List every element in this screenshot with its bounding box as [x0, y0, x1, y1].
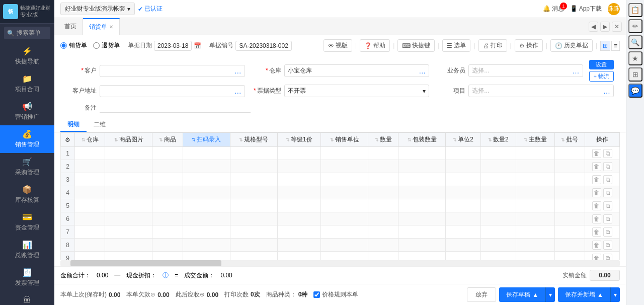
sidebar-item-sales[interactable]: 💰 销售管理 — [0, 125, 54, 153]
delete-row-button[interactable]: 🗑 — [592, 175, 601, 184]
customer-dots-icon[interactable]: … — [234, 67, 242, 75]
invoice-select[interactable]: 不开票 ▾ — [284, 85, 430, 97]
tab-sale-order[interactable]: 销货单 ✕ — [83, 18, 120, 35]
cell-8-9[interactable] — [446, 239, 481, 252]
right-panel-btn-2[interactable]: ✏ — [628, 19, 642, 33]
gear-icon[interactable]: ⚙ — [65, 136, 70, 143]
cell-7-9[interactable] — [446, 225, 481, 239]
remarks-input[interactable] — [100, 103, 251, 113]
add-logistics-button[interactable]: + 物流 — [589, 71, 614, 82]
cell-5-2[interactable] — [152, 199, 183, 212]
cell-2-0[interactable] — [75, 160, 105, 173]
cell-4-6[interactable] — [321, 186, 368, 199]
abandon-button[interactable]: 放弃 — [467, 287, 496, 302]
cell-7-12[interactable] — [554, 225, 585, 239]
sidebar-item-accounts[interactable]: 📊 总账管理 — [0, 236, 54, 264]
cell-8-0[interactable] — [75, 239, 105, 252]
search-button[interactable]: 🔍 搜索菜单 — [4, 27, 50, 39]
cell-2-3[interactable] — [183, 160, 230, 173]
cell-1-8[interactable] — [398, 147, 446, 160]
cell-7-6[interactable] — [321, 225, 368, 239]
delete-row-button[interactable]: 🗑 — [592, 162, 601, 171]
right-panel-btn-1[interactable]: 📋 — [628, 3, 642, 17]
cell-8-5[interactable] — [277, 239, 321, 252]
cell-9-7[interactable] — [368, 252, 398, 261]
cell-5-9[interactable] — [446, 199, 481, 212]
cell-4-1[interactable] — [105, 186, 152, 199]
cell-6-9[interactable] — [446, 212, 481, 225]
cell-2-2[interactable] — [152, 160, 183, 173]
layout-toggle[interactable]: ⊞ ≡ — [600, 41, 620, 51]
copy-row-button[interactable]: ⧉ — [603, 254, 612, 261]
right-panel-btn-6[interactable]: 💬 — [628, 84, 642, 98]
cell-4-3[interactable] — [183, 186, 230, 199]
cell-8-4[interactable] — [230, 239, 277, 252]
save-draft-button[interactable]: 保存草稿 ▲ — [499, 287, 545, 302]
tab-detail[interactable]: 明细 — [60, 118, 87, 132]
sidebar-item-inventory[interactable]: 📦 库存核算 — [0, 181, 54, 208]
cell-1-3[interactable] — [183, 147, 230, 160]
cell-6-10[interactable] — [481, 212, 516, 225]
cell-2-11[interactable] — [516, 160, 554, 173]
cell-3-3[interactable] — [183, 173, 230, 186]
right-panel-btn-3[interactable]: 🔍 — [628, 35, 642, 49]
cell-6-7[interactable] — [368, 212, 398, 225]
sidebar-item-invoice[interactable]: 🧾 发票管理 — [0, 264, 54, 291]
cell-7-5[interactable] — [277, 225, 321, 239]
cell-3-5[interactable] — [277, 173, 321, 186]
operate-button[interactable]: ⚙ 操作 — [515, 39, 543, 52]
cell-6-12[interactable] — [554, 212, 585, 225]
cell-1-11[interactable] — [516, 147, 554, 160]
cell-8-10[interactable] — [481, 239, 516, 252]
cell-9-6[interactable] — [321, 252, 368, 261]
app-download-button[interactable]: 📱 App下载 — [570, 5, 602, 13]
cell-9-10[interactable] — [481, 252, 516, 261]
cell-7-10[interactable] — [481, 225, 516, 239]
price-rule-checkbox[interactable]: 价格规则本单 — [313, 290, 358, 299]
list-layout-icon[interactable]: ≡ — [611, 41, 620, 51]
calendar-icon[interactable]: 📅 — [194, 42, 201, 49]
tab-close-all-button[interactable]: ✕ — [612, 22, 622, 32]
copy-row-button[interactable]: ⧉ — [603, 201, 612, 210]
address-dots-icon[interactable]: … — [234, 87, 242, 95]
sidebar-item-funds[interactable]: 💳 资金管理 — [0, 208, 54, 236]
cell-3-0[interactable] — [75, 173, 105, 186]
radio-sale[interactable]: 销货单 — [60, 41, 87, 50]
staff-input[interactable]: 选择... … — [468, 64, 583, 77]
cell-5-5[interactable] — [277, 199, 321, 212]
right-panel-btn-5[interactable]: ⊞ — [628, 67, 642, 82]
cell-6-3[interactable] — [183, 212, 230, 225]
cell-2-1[interactable] — [105, 160, 152, 173]
cell-4-10[interactable] — [481, 186, 516, 199]
cell-5-8[interactable] — [398, 199, 446, 212]
print-button[interactable]: 🖨 打印 — [478, 39, 507, 52]
cell-9-11[interactable] — [516, 252, 554, 261]
shortcut-button[interactable]: ⌨ 快捷键 — [397, 39, 435, 52]
copy-row-button[interactable]: ⧉ — [603, 149, 612, 158]
cell-2-6[interactable] — [321, 160, 368, 173]
tab-prev-button[interactable]: ◀ — [589, 22, 598, 32]
cell-7-11[interactable] — [516, 225, 554, 239]
cell-2-10[interactable] — [481, 160, 516, 173]
cell-3-10[interactable] — [481, 173, 516, 186]
cell-3-11[interactable] — [516, 173, 554, 186]
sidebar-item-marketing[interactable]: 📢 营销推广 — [0, 98, 54, 125]
cell-5-4[interactable] — [230, 199, 277, 212]
help-button[interactable]: ❓ 帮助 — [360, 39, 390, 52]
cell-5-7[interactable] — [368, 199, 398, 212]
message-button[interactable]: 🔔 1 消息 — [543, 5, 564, 13]
cell-8-2[interactable] — [152, 239, 183, 252]
cell-5-11[interactable] — [516, 199, 554, 212]
setup-button[interactable]: 设置 — [589, 60, 614, 69]
cell-6-11[interactable] — [516, 212, 554, 225]
copy-row-button[interactable]: ⧉ — [603, 162, 612, 171]
radio-return[interactable]: 退货单 — [93, 41, 120, 50]
cell-8-12[interactable] — [554, 239, 585, 252]
cell-4-11[interactable] — [516, 186, 554, 199]
cell-1-1[interactable] — [105, 147, 152, 160]
cell-7-8[interactable] — [398, 225, 446, 239]
view-button[interactable]: 👁 视版 — [324, 39, 352, 52]
save-new-arrow-button[interactable]: ▾ — [610, 287, 620, 302]
project-dots-icon[interactable]: … — [603, 87, 610, 95]
cell-6-6[interactable] — [321, 212, 368, 225]
